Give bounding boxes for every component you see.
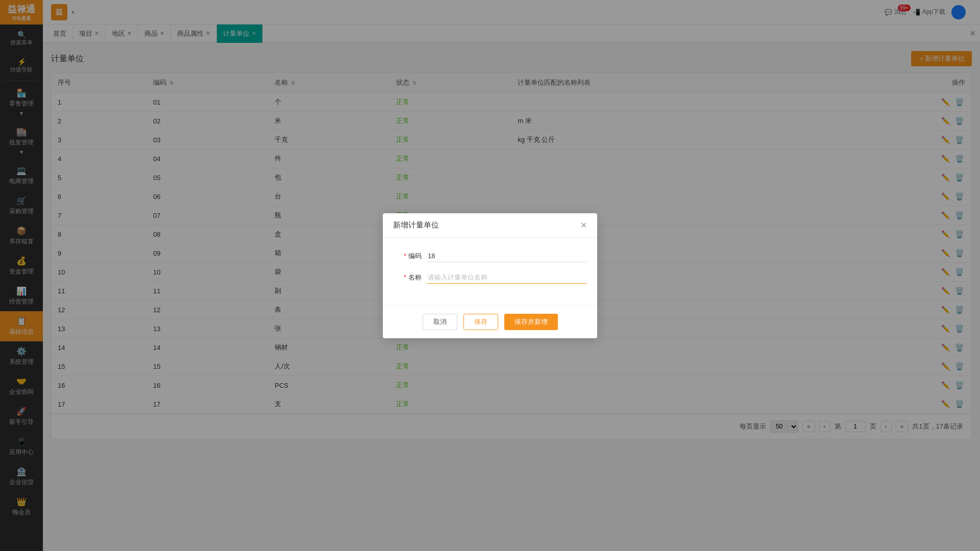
save-button[interactable]: 保存 — [463, 314, 498, 330]
modal-body: 编码 名称 — [383, 238, 597, 305]
modal-overlay[interactable]: 新增计量单位 ✕ 编码 名称 取消 保存 保存并新增 — [0, 0, 980, 551]
cancel-button[interactable]: 取消 — [423, 314, 457, 330]
name-input[interactable] — [427, 271, 587, 284]
modal-title: 新增计量单位 — [393, 220, 439, 230]
modal-header: 新增计量单位 ✕ — [383, 213, 597, 238]
code-label: 编码 — [393, 252, 422, 261]
code-input[interactable] — [427, 250, 587, 262]
modal-footer: 取消 保存 保存并新增 — [383, 305, 597, 338]
form-row-name: 名称 — [393, 271, 587, 284]
form-row-code: 编码 — [393, 250, 587, 262]
save-and-new-button[interactable]: 保存并新增 — [504, 314, 558, 330]
modal-close-button[interactable]: ✕ — [580, 220, 587, 230]
add-unit-modal: 新增计量单位 ✕ 编码 名称 取消 保存 保存并新增 — [383, 213, 597, 338]
name-label: 名称 — [393, 273, 422, 282]
